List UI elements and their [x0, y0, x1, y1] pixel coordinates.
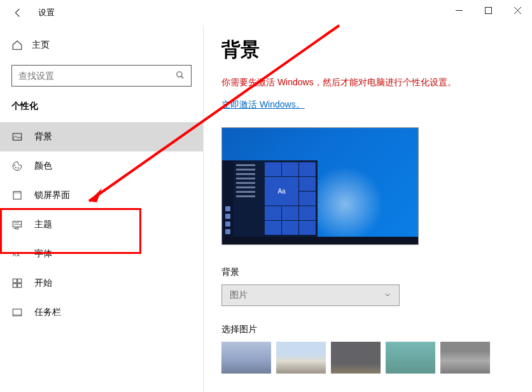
sidebar-item-colors[interactable]: 颜色 — [0, 151, 203, 181]
svg-rect-11 — [13, 192, 21, 194]
picture-thumb[interactable] — [440, 342, 490, 374]
font-icon: AA — [11, 248, 23, 260]
activation-warning: 你需要先激活 Windows，然后才能对电脑进行个性化设置。 — [221, 77, 514, 88]
svg-point-8 — [15, 167, 17, 168]
svg-rect-20 — [13, 314, 22, 316]
sidebar-category: 个性化 — [0, 95, 203, 122]
background-label: 背景 — [221, 267, 514, 278]
background-type-dropdown[interactable]: 图片 — [221, 284, 400, 306]
picture-icon — [11, 131, 23, 143]
sidebar-item-lockscreen[interactable]: 锁屏界面 — [0, 181, 203, 210]
theme-icon — [11, 219, 23, 230]
svg-rect-18 — [18, 284, 22, 288]
desktop-preview: Aa — [221, 127, 419, 245]
svg-rect-6 — [13, 134, 22, 141]
chevron-down-icon — [384, 290, 391, 300]
page-heading: 背景 — [221, 37, 514, 63]
search-input[interactable] — [18, 71, 176, 81]
sidebar-item-label: 背景 — [34, 131, 52, 143]
svg-point-4 — [177, 71, 182, 76]
minimize-button[interactable] — [444, 0, 473, 20]
sidebar-item-label: 主题 — [34, 219, 52, 230]
sidebar-item-label: 开始 — [34, 277, 52, 289]
svg-rect-17 — [13, 284, 17, 288]
svg-text:A: A — [13, 251, 17, 258]
maximize-icon — [485, 7, 492, 14]
taskbar-icon — [11, 307, 23, 318]
picture-thumb[interactable] — [386, 342, 435, 374]
svg-text:A: A — [17, 253, 20, 257]
picture-thumb[interactable] — [276, 342, 326, 374]
preview-taskbar — [222, 237, 418, 244]
window-title: 设置 — [38, 7, 55, 18]
svg-point-7 — [14, 165, 15, 166]
svg-rect-16 — [18, 279, 22, 283]
palette-icon — [11, 160, 23, 172]
preview-sample-tile: Aa — [265, 177, 298, 206]
svg-rect-12 — [13, 221, 22, 227]
title-bar: 设置 — [0, 0, 532, 25]
maximize-button[interactable] — [473, 0, 503, 20]
sidebar-item-fonts[interactable]: AA 字体 — [0, 239, 203, 269]
main-panel: 背景 你需要先激活 Windows，然后才能对电脑进行个性化设置。 立即激活 W… — [204, 25, 532, 392]
choose-picture-label: 选择图片 — [221, 324, 514, 335]
svg-line-5 — [181, 76, 184, 78]
minimize-icon — [456, 7, 463, 14]
picture-thumb[interactable] — [331, 342, 381, 374]
picture-thumb[interactable] — [221, 342, 271, 374]
sidebar-item-label: 锁屏界面 — [34, 190, 70, 201]
close-icon — [514, 7, 521, 14]
svg-rect-1 — [485, 7, 491, 13]
svg-rect-15 — [13, 279, 17, 283]
home-button[interactable]: 主页 — [0, 34, 203, 56]
back-arrow-icon — [12, 7, 24, 18]
home-icon — [11, 39, 23, 51]
close-button[interactable] — [503, 0, 532, 20]
back-button[interactable] — [10, 5, 25, 20]
lock-screen-icon — [11, 190, 23, 201]
sidebar-item-label: 颜色 — [34, 160, 52, 172]
activate-windows-link[interactable]: 立即激活 Windows。 — [221, 99, 305, 111]
window-buttons — [444, 0, 532, 20]
home-label: 主页 — [32, 39, 50, 51]
preview-start-panel: Aa — [222, 160, 318, 237]
sidebar-item-start[interactable]: 开始 — [0, 269, 203, 298]
search-box[interactable] — [11, 65, 192, 87]
sidebar-item-background[interactable]: 背景 — [0, 122, 203, 151]
picture-thumbnails — [221, 342, 514, 374]
sidebar-item-themes[interactable]: 主题 — [0, 210, 203, 239]
sidebar-item-label: 字体 — [34, 248, 52, 260]
svg-point-9 — [18, 167, 19, 169]
start-icon — [11, 277, 23, 289]
search-icon — [176, 71, 185, 81]
dropdown-value: 图片 — [230, 290, 248, 301]
sidebar: 主页 个性化 背景 颜色 锁屏界面 主题 AA 字体 — [0, 25, 204, 392]
sidebar-item-taskbar[interactable]: 任务栏 — [0, 298, 203, 327]
sidebar-item-label: 任务栏 — [34, 307, 61, 318]
